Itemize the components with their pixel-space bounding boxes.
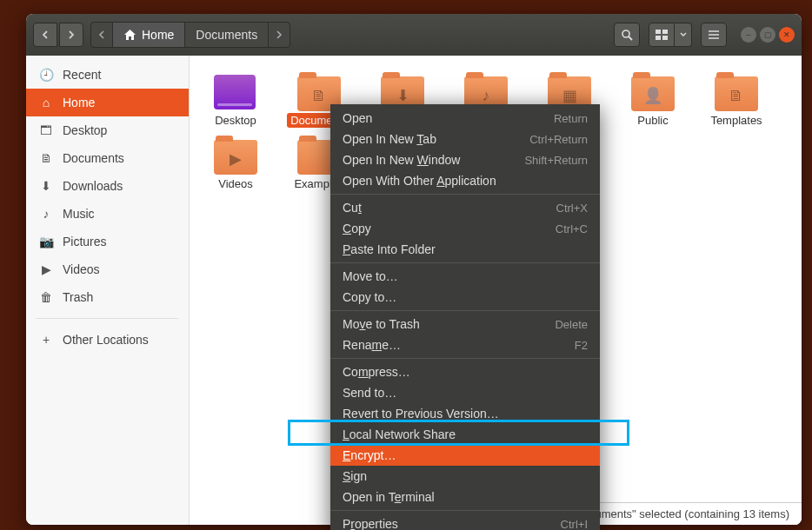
sidebar-item-label: Videos	[63, 262, 100, 276]
close-button[interactable]: ✕	[779, 27, 795, 43]
sidebar-item-label: Music	[63, 207, 95, 221]
sidebar-item-trash[interactable]: 🗑Trash	[26, 283, 189, 311]
home-icon	[123, 29, 136, 41]
menu-move-to-trash[interactable]: Move to TrashDelete	[330, 314, 600, 335]
sidebar-item-downloads[interactable]: ⬇Downloads	[26, 172, 189, 200]
menu-copy[interactable]: CopyCtrl+C	[330, 218, 600, 239]
menu-item-label: Open In New Tab	[343, 132, 436, 146]
file-label: Desktop	[211, 113, 260, 128]
menu-item-label: Local Network Share	[343, 427, 456, 441]
menu-properties[interactable]: PropertiesCtrl+I	[330, 513, 600, 530]
path-root-chevron[interactable]	[91, 23, 113, 47]
sidebar-item-recent[interactable]: 🕘Recent	[26, 61, 189, 89]
menu-item-label: Compress…	[343, 365, 410, 379]
menu-encrypt[interactable]: Encrypt…	[330, 445, 600, 466]
forward-button[interactable]	[59, 23, 83, 47]
menu-compress[interactable]: Compress…	[330, 361, 600, 382]
back-button[interactable]	[33, 23, 57, 47]
sidebar-item-videos[interactable]: ▶Videos	[26, 255, 189, 283]
sidebar-item-label: Recent	[63, 68, 101, 82]
menu-open-with-other-application[interactable]: Open With Other Application	[330, 170, 600, 191]
path-bar: Home Documents	[90, 22, 290, 48]
menu-separator	[330, 310, 600, 311]
file-label: Templates	[707, 113, 765, 128]
downloads-icon: ⬇	[38, 179, 54, 193]
menu-item-label: Open in Terminal	[343, 490, 435, 504]
sidebar-item-pictures[interactable]: 📷Pictures	[26, 228, 189, 255]
menu-item-label: Move to…	[343, 269, 398, 283]
sidebar-item-label: Other Locations	[63, 333, 149, 347]
pictures-icon: 📷	[38, 235, 54, 248]
view-dropdown-button[interactable]	[675, 23, 692, 47]
menu-sign[interactable]: Sign	[330, 466, 600, 487]
menu-item-label: Copy	[343, 222, 371, 235]
menu-copy-to[interactable]: Copy to…	[330, 287, 600, 308]
menu-item-label: Encrypt…	[343, 448, 396, 462]
path-home-label: Home	[142, 28, 174, 42]
toolbar-right: – ▢ ✕	[614, 23, 795, 47]
sidebar-item-documents[interactable]: 🗎Documents	[26, 144, 189, 172]
window-controls: – ▢ ✕	[741, 27, 795, 43]
file-label: Public	[634, 113, 671, 128]
desktop-icon	[214, 73, 257, 109]
sidebar-item-label: Desktop	[63, 123, 107, 137]
context-menu: OpenReturnOpen In New TabCtrl+ReturnOpen…	[330, 104, 600, 530]
path-documents[interactable]: Documents	[185, 23, 269, 47]
menu-item-label: Open With Other Application	[343, 174, 496, 188]
svg-point-0	[622, 30, 629, 37]
menu-separator	[330, 358, 600, 359]
file-desktop[interactable]: Desktop	[196, 71, 275, 128]
menu-item-label: Properties	[343, 517, 398, 530]
status-text: "Documents" selected (containing 13 item…	[571, 507, 789, 520]
menu-open-in-new-window[interactable]: Open In New WindowShift+Return	[330, 149, 600, 170]
plus-icon: +	[38, 333, 54, 347]
menu-open-in-terminal[interactable]: Open in Terminal	[330, 487, 600, 507]
menu-paste-into-folder[interactable]: Paste Into Folder	[330, 239, 600, 260]
menu-item-label: Revert to Previous Version…	[343, 407, 499, 421]
menu-rename[interactable]: Rename…F2	[330, 335, 600, 355]
menu-shortcut: Ctrl+C	[556, 222, 588, 235]
menu-open[interactable]: OpenReturn	[330, 108, 600, 129]
menu-item-label: Send to…	[343, 386, 396, 400]
menu-item-label: Move to Trash	[343, 317, 420, 331]
sidebar-item-label: Trash	[63, 290, 93, 304]
menu-send-to[interactable]: Send to…	[330, 382, 600, 403]
sidebar-item-desktop[interactable]: 🗔Desktop	[26, 116, 189, 144]
menu-separator	[330, 194, 600, 195]
minimize-button[interactable]: –	[741, 27, 756, 43]
path-home[interactable]: Home	[113, 23, 185, 47]
svg-rect-4	[662, 36, 668, 40]
recent-icon: 🕘	[38, 68, 54, 82]
menu-shortcut: Delete	[555, 318, 588, 331]
sidebar-item-home[interactable]: ⌂Home	[26, 89, 189, 116]
menu-revert-to-previous-version[interactable]: Revert to Previous Version…	[330, 403, 600, 424]
toolbar: Home Documents	[26, 14, 802, 56]
folder-icon: 👤	[631, 73, 675, 109]
documents-icon: 🗎	[38, 151, 54, 165]
menu-cut[interactable]: CutCtrl+X	[330, 197, 600, 218]
view-grid-button[interactable]	[649, 23, 675, 47]
file-public[interactable]: 👤Public	[614, 71, 692, 128]
maximize-button[interactable]: ▢	[760, 27, 775, 43]
file-templates[interactable]: 🗎Templates	[697, 71, 775, 128]
sidebar-other-locations[interactable]: +Other Locations	[26, 326, 189, 354]
folder-icon: 🗎	[715, 73, 758, 109]
search-button[interactable]	[614, 23, 640, 47]
sidebar-item-label: Pictures	[63, 235, 107, 248]
trash-icon: 🗑	[38, 290, 54, 304]
menu-item-label: Cut	[343, 201, 362, 215]
menu-local-network-share[interactable]: Local Network Share	[330, 424, 600, 445]
menu-move-to[interactable]: Move to…	[330, 266, 600, 287]
path-expand[interactable]	[269, 23, 290, 47]
menu-shortcut: F2	[575, 339, 588, 352]
sidebar-item-music[interactable]: ♪Music	[26, 200, 189, 228]
menu-item-label: Paste Into Folder	[343, 242, 436, 256]
menu-item-label: Sign	[343, 469, 367, 483]
sidebar-item-label: Documents	[63, 151, 124, 165]
menu-open-in-new-tab[interactable]: Open In New TabCtrl+Return	[330, 129, 600, 149]
folder-icon: ▶	[214, 136, 257, 173]
sidebar-item-label: Home	[63, 96, 95, 109]
svg-rect-1	[656, 30, 661, 34]
file-videos[interactable]: ▶Videos	[196, 135, 275, 191]
hamburger-menu-button[interactable]	[701, 23, 727, 47]
